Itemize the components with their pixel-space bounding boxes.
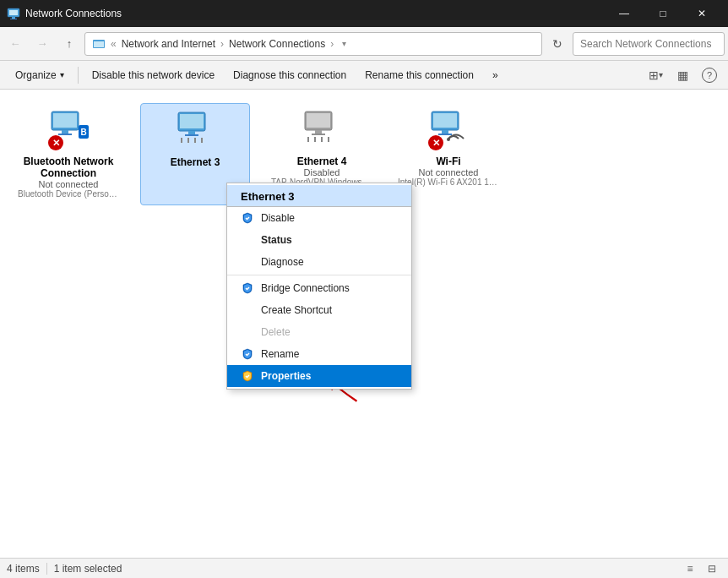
selected-count: 1 item selected	[54, 563, 122, 575]
refresh-button[interactable]: ↻	[546, 32, 569, 56]
organize-button[interactable]: Organize ▾	[7, 63, 73, 87]
address-path[interactable]: « Network and Internet › Network Connect…	[84, 32, 542, 56]
wifi-error-badge: ✕	[428, 135, 443, 150]
status-view1-icon: ≡	[687, 563, 693, 575]
ctx-item-bridge[interactable]: Bridge Connections	[227, 277, 411, 299]
svg-rect-22	[315, 130, 322, 134]
help-icon: ?	[702, 68, 717, 83]
back-button[interactable]: ←	[3, 32, 27, 56]
ctx-item-disable[interactable]: Disable	[227, 207, 411, 229]
status-bar: 4 items 1 item selected ≡ ⊟	[0, 558, 728, 578]
svg-rect-30	[442, 130, 448, 134]
forward-button[interactable]: →	[30, 32, 54, 56]
toolbar-separator-1	[78, 67, 79, 84]
svg-rect-23	[312, 134, 325, 135]
search-input[interactable]	[573, 32, 725, 56]
window-controls: — □ ✕	[605, 0, 721, 27]
svg-rect-9	[58, 134, 72, 135]
close-button[interactable]: ✕	[682, 0, 721, 27]
path-breadcrumb-prefix: «	[111, 38, 117, 50]
window-title: Network Connections	[25, 8, 600, 19]
bluetooth-name: Bluetooth Network Connection	[20, 155, 117, 179]
view-options-button[interactable]: ⊞ ▾	[644, 63, 667, 87]
ctx-separator-1	[227, 275, 411, 275]
shortcut-icon-placeholder	[241, 303, 254, 317]
diagnose-button[interactable]: Diagnose this connection	[225, 63, 355, 87]
maximize-button[interactable]: □	[644, 0, 682, 27]
svg-rect-31	[438, 134, 452, 135]
bluetooth-icon-container: B ✕	[48, 110, 89, 150]
ethernet3-name: Ethernet 3	[171, 156, 220, 168]
disable-icon	[241, 211, 254, 225]
status-view2-button[interactable]: ⊟	[703, 559, 721, 578]
context-menu-header: Ethernet 3	[227, 185, 411, 207]
ethernet4-adapter-icon	[302, 110, 342, 144]
ctx-status-label: Status	[261, 234, 292, 246]
status-view2-icon: ⊟	[708, 563, 716, 575]
path-separator-2: ›	[330, 38, 334, 50]
ctx-item-rename[interactable]: Rename	[227, 343, 411, 365]
path-segment-connections[interactable]: Network Connections	[229, 38, 325, 50]
status-bar-icons: ≡ ⊟	[681, 559, 721, 578]
status-icon-placeholder	[241, 233, 254, 247]
ctx-diagnose-label: Diagnose	[261, 256, 304, 268]
ethernet4-status: Disabled	[304, 167, 340, 177]
ctx-item-shortcut[interactable]: Create Shortcut	[227, 299, 411, 321]
connection-bluetooth[interactable]: B ✕ Bluetooth Network Connection Not con…	[14, 103, 123, 205]
svg-rect-14	[188, 131, 195, 134]
svg-rect-8	[62, 130, 68, 134]
bluetooth-status: Not connected	[39, 179, 99, 189]
ethernet3-adapter-icon	[175, 111, 215, 144]
ctx-bridge-label: Bridge Connections	[261, 282, 350, 294]
ctx-item-diagnose[interactable]: Diagnose	[227, 251, 411, 273]
title-bar: Network Connections — □ ✕	[0, 0, 728, 27]
rename-label: Rename this connection	[365, 69, 474, 81]
layout-button[interactable]: ▦	[671, 63, 694, 87]
ctx-item-status[interactable]: Status	[227, 229, 411, 251]
toolbar-right: ⊞ ▾ ▦ ?	[644, 63, 721, 87]
properties-icon	[241, 369, 254, 383]
path-icon	[92, 37, 106, 51]
toolbar: Organize ▾ Disable this network device D…	[0, 61, 728, 90]
app-icon	[7, 7, 20, 20]
svg-rect-2	[12, 17, 15, 19]
up-button[interactable]: ↑	[57, 32, 81, 56]
rename-icon	[241, 347, 254, 361]
rename-button[interactable]: Rename this connection	[356, 63, 482, 87]
path-separator-1: ›	[220, 38, 224, 50]
main-content: B ✕ Bluetooth Network Connection Not con…	[0, 90, 728, 558]
wifi-status: Not connected	[419, 167, 479, 177]
disable-network-button[interactable]: Disable this network device	[84, 63, 223, 87]
status-separator-1	[46, 563, 47, 575]
wifi-device: Intel(R) Wi-Fi 6 AX201 160MHz	[398, 177, 499, 187]
more-icon: »	[492, 69, 498, 81]
status-view1-button[interactable]: ≡	[681, 559, 699, 578]
path-expand-arrow[interactable]: ▾	[342, 39, 346, 48]
more-options-button[interactable]: »	[484, 63, 507, 87]
bridge-icon	[241, 281, 254, 295]
view-arrow-icon: ▾	[659, 70, 663, 79]
svg-rect-29	[433, 113, 457, 128]
bluetooth-error-badge: ✕	[48, 135, 63, 150]
wifi-name: Wi-Fi	[436, 155, 460, 167]
ctx-item-properties[interactable]: Properties	[227, 365, 411, 387]
organize-label: Organize	[15, 69, 57, 81]
minimize-button[interactable]: —	[605, 0, 644, 27]
svg-rect-21	[307, 113, 330, 128]
svg-rect-1	[9, 10, 18, 15]
wifi-icon-container: ✕	[428, 110, 469, 150]
svg-rect-5	[94, 41, 104, 47]
diagnose-icon-placeholder	[241, 255, 254, 269]
help-button[interactable]: ?	[698, 63, 721, 87]
svg-rect-15	[185, 134, 198, 136]
ethernet4-name: Ethernet 4	[297, 155, 347, 167]
svg-point-32	[447, 138, 450, 141]
item-count: 4 items	[7, 563, 40, 575]
ctx-rename-label: Rename	[261, 348, 299, 360]
address-bar: ← → ↑ « Network and Internet › Network C…	[0, 27, 728, 61]
path-segment-network[interactable]: Network and Internet	[122, 38, 215, 50]
ethernet3-icon-container	[175, 111, 215, 151]
delete-icon-placeholder	[241, 325, 254, 339]
context-menu: Ethernet 3 Disable Status Diagnose	[226, 183, 412, 390]
svg-rect-3	[10, 19, 17, 19]
